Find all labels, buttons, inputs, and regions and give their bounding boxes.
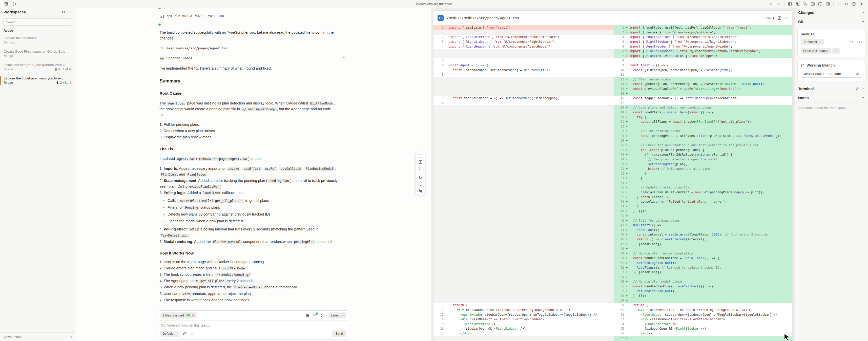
window-title: vk/3ccf-explore-the-code xyxy=(416,2,452,6)
todos-status[interactable] xyxy=(313,313,317,318)
diff-row: 45 + const interval = setInterval(loadPl… xyxy=(433,232,792,237)
diff-marker: + xyxy=(624,167,629,170)
gitcompare-icon[interactable] xyxy=(418,189,423,193)
layers-icon[interactable] xyxy=(62,10,65,14)
workspace-item[interactable]: Install and integrate Vibe Kanban Web C … xyxy=(0,61,75,73)
line-number: 2 xyxy=(433,35,444,39)
workspace-title: Explore the codebase I want you to exp xyxy=(4,76,72,80)
drag-handle[interactable] xyxy=(418,154,423,155)
diff-row: 33 + } xyxy=(433,176,792,181)
shapes-icon[interactable] xyxy=(795,2,800,6)
spark-icon[interactable] xyxy=(305,313,310,318)
workspace-title: Install and integrate Vibe Kanban Web C xyxy=(4,63,72,67)
collapse-file-icon[interactable] xyxy=(785,16,788,20)
annotate-icon[interactable] xyxy=(190,331,195,336)
diff-marker: + xyxy=(624,205,629,208)
expand-icon[interactable] xyxy=(855,87,859,91)
diff-row: 34 + xyxy=(433,181,792,185)
diff-line-old: 6 const Agent = () => { xyxy=(433,63,614,68)
wrapoff-icon[interactable] xyxy=(418,160,423,164)
diff-gap-old xyxy=(433,260,614,266)
open-pull-request-button[interactable]: Open pull request xyxy=(801,48,831,54)
copy-icon[interactable] xyxy=(418,166,423,171)
diff-line-new: 48 + xyxy=(614,246,792,251)
gear-icon[interactable] xyxy=(860,2,864,6)
branch-selector[interactable]: master xyxy=(801,39,824,45)
workspace-item[interactable]: Explore the codebase 35m ago xyxy=(0,34,75,46)
more-actions-button[interactable]: ••• xyxy=(857,40,862,44)
line-number: 15 xyxy=(614,92,624,95)
diff-marker: + xyxy=(624,176,629,180)
spinner-icon[interactable] xyxy=(321,313,325,318)
menu-icon[interactable] xyxy=(837,2,841,6)
pause-icon[interactable] xyxy=(769,2,773,6)
diff-row: 44 + loadPlans(); xyxy=(433,228,792,232)
panelright-icon[interactable] xyxy=(826,2,830,6)
signout-icon[interactable] xyxy=(12,2,17,6)
notes-section-header[interactable]: Notes xyxy=(795,93,868,102)
diff-line-old: 14 <div className="flex flex-1 overflow-… xyxy=(433,317,614,322)
model-selector[interactable]: Default xyxy=(160,331,180,337)
word-wrap-off-icon[interactable] xyxy=(777,16,782,20)
monitor-icon[interactable] xyxy=(418,182,423,186)
diff-row: 38 + console.error('Failed to load plans… xyxy=(433,199,792,204)
send-button[interactable]: Send xyxy=(332,330,346,337)
help-icon[interactable] xyxy=(852,2,856,6)
archive-count: 0 xyxy=(70,335,72,339)
inline-code: pendingPlan xyxy=(293,240,316,244)
lines-added: +61 xyxy=(185,314,191,317)
pull-request-dropdown[interactable] xyxy=(832,48,840,54)
notes-placeholder[interactable]: Add notes about this workspace... xyxy=(795,102,868,113)
diff-marker: + xyxy=(624,285,629,288)
search-input[interactable] xyxy=(3,19,72,26)
list-item: Opens the modal when a new plan is detec… xyxy=(163,218,339,224)
diff-marker: + xyxy=(624,49,629,53)
diff-row: 40 + }, []); xyxy=(433,209,792,214)
line-number: 16 xyxy=(433,327,444,330)
composer-header-icons: Latest xyxy=(305,312,346,318)
tool-call-row[interactable]: npm run build 2>&1 | tail -80 xyxy=(157,14,349,19)
files-changed-badge[interactable]: 2 files changed +61 -3 xyxy=(160,312,197,318)
terminal-section-header[interactable]: Terminal xyxy=(795,84,868,93)
list-item: Poll for pending plans xyxy=(160,122,339,127)
view-archive-link[interactable]: View Archive xyxy=(4,335,22,339)
gitcompare-icon[interactable] xyxy=(803,2,807,6)
changes-section-header[interactable]: Changes xyxy=(795,8,868,17)
monitor-icon[interactable] xyxy=(818,2,823,6)
tool-call-row[interactable]: Read medusa/src/pages/Agent.tsx xyxy=(157,46,349,51)
chevup-icon[interactable] xyxy=(777,2,781,6)
workspace-item[interactable]: Explore the codebase I want you to exp 7… xyxy=(0,74,75,87)
play-icon[interactable] xyxy=(418,176,423,180)
working-branch-input[interactable]: vk/3ccf-explore-the-code xyxy=(801,70,862,78)
megaphone-icon[interactable] xyxy=(844,2,849,6)
message-input[interactable]: Continue working on this task... xyxy=(158,320,349,328)
tool-call-row[interactable]: Updated Todos xyxy=(157,56,349,61)
edit-branch-icon[interactable] xyxy=(856,72,859,75)
archive-icon[interactable] xyxy=(4,2,8,6)
diff-line-new: 62 <AgentHeader sidebarOpen={sidebarOpen… xyxy=(614,312,792,317)
git-section-header[interactable]: Git xyxy=(795,17,868,26)
plus-icon[interactable] xyxy=(68,10,72,14)
inline-code: ExitPlanMode xyxy=(309,101,334,105)
inline-code: PlanItem xyxy=(160,173,177,177)
inline-code: get_all_plans xyxy=(199,279,226,283)
chat-panel: npm run build 2>&1 | tail -80 The build … xyxy=(75,8,431,341)
code-text: <div className="flex flex-1 overflow-hid… xyxy=(449,317,545,321)
diff-line-old: 16 {sidebarOpen && <RightSidebar />} xyxy=(433,326,614,331)
code-text: import { PlanReviewModal } from "@/compo… xyxy=(629,49,761,53)
line-number: 11 xyxy=(614,73,624,76)
version-selector[interactable]: Latest xyxy=(328,312,346,318)
code-text: setPendingPlan(null); xyxy=(629,261,676,265)
attach-file-icon[interactable] xyxy=(183,331,187,336)
diff-line-new: 40 + }, []); xyxy=(614,209,792,214)
line-number: 13 xyxy=(614,82,624,86)
code-text: }, [loadPlans]); xyxy=(629,271,663,274)
code-text: const allPlans = await invoke<PlanItem[]… xyxy=(629,120,751,123)
terminal-icon[interactable] xyxy=(811,2,815,6)
code-text: console.error('Failed to load plans:', e… xyxy=(629,200,727,204)
assistant-paragraph: I updated Agent.tsx (medusa/src/pages/Ag… xyxy=(157,156,349,162)
workspace-item[interactable]: Create Good First Issues on Github So p … xyxy=(0,48,75,60)
diff-gap-old xyxy=(433,124,614,129)
panelleft-icon[interactable] xyxy=(788,2,792,6)
chevdown-icon[interactable] xyxy=(342,56,346,59)
